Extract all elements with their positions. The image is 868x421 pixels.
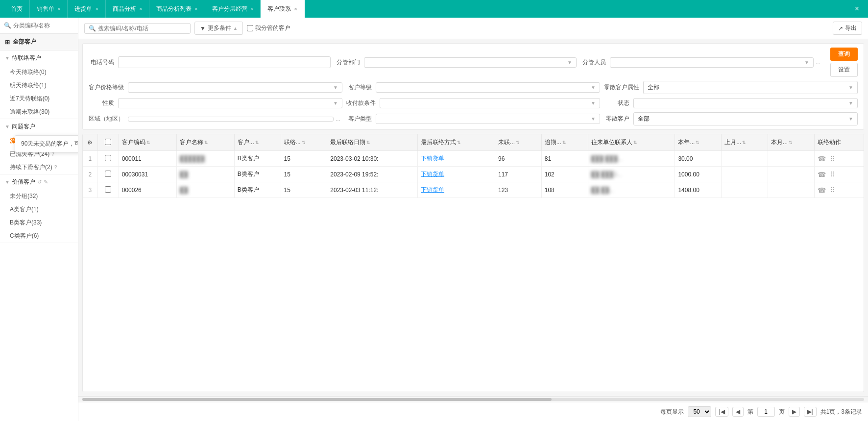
table-header-last-method[interactable]: 最后联络方式⇅: [418, 134, 495, 151]
sidebar-item-class-b[interactable]: B类客户(33): [0, 216, 78, 229]
manager-select[interactable]: ▼: [610, 57, 814, 68]
dept-select[interactable]: ▼: [364, 57, 577, 68]
nav-tab-product-analysis-close[interactable]: ×: [139, 6, 142, 12]
sidebar-item-overdue[interactable]: 逾期未联络(30): [0, 105, 78, 119]
customer-type-select[interactable]: ▼: [376, 114, 600, 124]
page-input[interactable]: [757, 407, 775, 417]
row-checkbox[interactable]: [105, 171, 111, 177]
sidebar-search-input[interactable]: [13, 22, 78, 29]
prev-page-btn[interactable]: ◀: [732, 407, 744, 417]
row-checkbox[interactable]: [105, 155, 111, 161]
nav-tab-purchase-close[interactable]: ×: [95, 6, 98, 12]
scrollbar-thumb[interactable]: [82, 398, 552, 401]
per-page-select[interactable]: 50: [688, 406, 711, 417]
row-more-icon[interactable]: ⠿: [830, 171, 835, 178]
search-input[interactable]: [98, 25, 186, 32]
manager-select-arrow: ▼: [804, 60, 809, 65]
sidebar-item-ungrouped[interactable]: 未分组(32): [0, 190, 78, 203]
table-header-contact[interactable]: 联络...⇅: [281, 134, 327, 151]
nav-tab-customer-tier[interactable]: 客户分层经营 ×: [205, 0, 261, 18]
sidebar-all-customers[interactable]: ⊞ 全部客户: [0, 34, 78, 50]
sidebar-item-7days[interactable]: 近7天待联络(0): [0, 92, 78, 105]
row-contact-icon[interactable]: ☎: [818, 171, 826, 178]
last-page-btn[interactable]: ▶|: [804, 407, 817, 417]
sidebar-item-today[interactable]: 今天待联络(0): [0, 66, 78, 79]
row-actions: ☎ ⠿: [814, 167, 864, 182]
row-more-icon[interactable]: ⠿: [830, 155, 835, 163]
nav-tab-sales-close[interactable]: ×: [57, 6, 60, 12]
row-contact-icon[interactable]: ☎: [818, 155, 826, 163]
row-more-icon[interactable]: ⠿: [830, 186, 835, 194]
table-header-uncontacted[interactable]: 未联...⇅: [495, 134, 541, 151]
my-customers-checkbox[interactable]: [247, 25, 253, 31]
customer-grade-select[interactable]: ▼: [376, 82, 600, 93]
table-header-year[interactable]: 本年...⇅: [675, 134, 722, 151]
row-type: B类客户: [234, 151, 281, 167]
phone-input[interactable]: [118, 56, 331, 68]
export-btn[interactable]: ↗ 导出: [833, 22, 862, 35]
sort-icon-this-month: ⇅: [789, 140, 793, 145]
nature-select[interactable]: ▼: [118, 98, 342, 108]
row-last-month: [722, 151, 768, 167]
my-customers-checkbox-label[interactable]: 我分管的客户: [247, 24, 290, 32]
table-header-type[interactable]: 客户...⇅: [234, 134, 281, 151]
nav-tab-customer-tier-close[interactable]: ×: [250, 6, 253, 12]
payment-select[interactable]: ▼: [380, 98, 600, 108]
nav-tab-purchase[interactable]: 进货单 ×: [68, 0, 105, 18]
price-grade-select[interactable]: ▼: [128, 82, 342, 93]
sidebar-group-value: ▼ 价值客户 ↺ ✎ 未分组(32) A类客户(1) B类客户(33) C类客户…: [0, 174, 78, 243]
close-all-tabs[interactable]: ×: [850, 4, 864, 13]
filter-zero-customer: 零散客户 全部 ▼: [604, 112, 858, 125]
table-header-settings[interactable]: ⚙: [83, 134, 97, 151]
first-page-btn[interactable]: |◀: [715, 407, 728, 417]
nav-tab-customer-contact-close[interactable]: ×: [294, 6, 297, 12]
table-header-action: 联络动作: [814, 134, 864, 151]
last-method-link[interactable]: 下销货单: [421, 155, 444, 162]
nav-tab-sales[interactable]: 销售单 ×: [30, 0, 68, 18]
select-all-checkbox[interactable]: [105, 139, 111, 145]
table-header-checkbox[interactable]: [97, 134, 119, 151]
sidebar-item-class-a[interactable]: A类客户(1): [0, 203, 78, 216]
sidebar-item-declining[interactable]: 持续下滑客户(2) ?: [0, 161, 78, 174]
more-conditions-btn[interactable]: ▼ 更多条件 ▲: [194, 22, 243, 35]
filter-zero-attr: 零散客户属性 全部 ▼: [604, 81, 858, 94]
table-header-name[interactable]: 客户名称⇅: [176, 134, 234, 151]
filter-price-grade: 客户价格等级 ▼: [89, 82, 342, 93]
filter-phone: 电话号码: [89, 56, 331, 68]
scrollbar-track[interactable]: [82, 398, 864, 401]
sidebar-group-value-title[interactable]: ▼ 价值客户 ↺ ✎: [0, 174, 78, 190]
last-method-link[interactable]: 下销货单: [421, 171, 444, 177]
row-actions: ☎ ⠿: [814, 182, 864, 198]
edit-icon[interactable]: ✎: [44, 179, 48, 185]
zero-attr-select[interactable]: 全部 ▼: [643, 81, 858, 94]
table-header-code[interactable]: 客户编码⇅: [119, 134, 176, 151]
region-select[interactable]: [128, 117, 334, 122]
settings-btn[interactable]: 设置: [830, 63, 858, 77]
nav-tab-customer-contact[interactable]: 客户联系 ×: [261, 0, 304, 18]
nav-tab-product-list[interactable]: 商品分析列表 ×: [149, 0, 205, 18]
zero-customer-select[interactable]: 全部 ▼: [633, 112, 858, 125]
row-contact-icon[interactable]: ☎: [818, 186, 826, 194]
next-page-btn[interactable]: ▶: [789, 407, 800, 417]
table-header-last-date[interactable]: 最后联络日期⇅: [327, 134, 418, 151]
nav-tab-product-analysis[interactable]: 商品分析 ×: [106, 0, 149, 18]
row-uncontacted: 96: [495, 151, 541, 167]
last-method-link[interactable]: 下销货单: [421, 186, 444, 193]
table-header-overdue[interactable]: 逾期...⇅: [541, 134, 588, 151]
sidebar-item-tomorrow[interactable]: 明天待联络(1): [0, 79, 78, 92]
manager-more-btn[interactable]: ...: [814, 59, 822, 66]
status-select[interactable]: ▼: [633, 98, 858, 108]
row-checkbox[interactable]: [105, 186, 111, 193]
nav-tab-home[interactable]: 首页: [4, 0, 30, 18]
sidebar-group-problem-title[interactable]: ▼ 问题客户: [0, 119, 78, 134]
table-header-this-month[interactable]: 本月...⇅: [768, 134, 814, 151]
nav-tab-product-list-close[interactable]: ×: [194, 6, 197, 12]
query-btn[interactable]: 查询: [830, 48, 858, 61]
row-code: 00030031: [119, 167, 176, 182]
sidebar-group-pending-title[interactable]: ▼ 待联络客户: [0, 50, 78, 66]
refresh-icon[interactable]: ↺: [37, 179, 42, 185]
table-header-last-month[interactable]: 上月...⇅: [722, 134, 768, 151]
sidebar-item-class-c[interactable]: C类客户(6): [0, 229, 78, 243]
region-more-btn[interactable]: ...: [334, 116, 342, 123]
table-header-liaison[interactable]: 往来单位联系人⇅: [588, 134, 675, 151]
